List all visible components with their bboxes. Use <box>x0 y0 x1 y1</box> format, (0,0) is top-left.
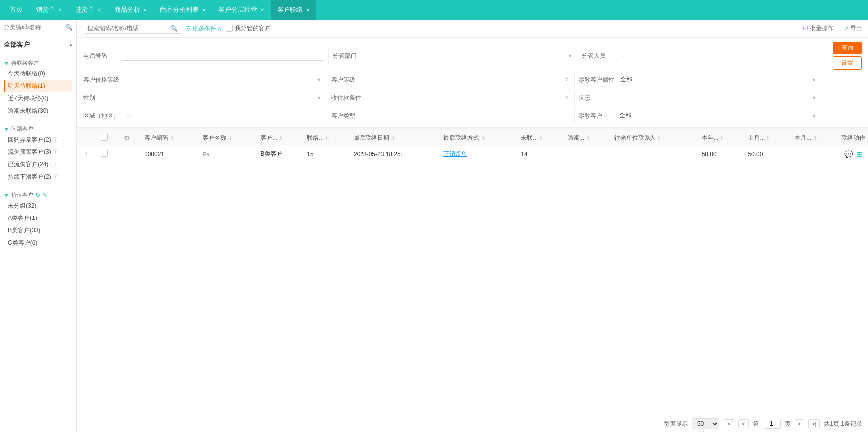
page-prev-btn[interactable]: < <box>738 419 748 428</box>
person-dots[interactable]: ··· <box>623 52 628 59</box>
divider-7 <box>327 108 327 123</box>
nav-close-customer-contact[interactable]: ✕ <box>306 7 310 13</box>
th-gear: ⚙ <box>112 130 142 146</box>
region-dots[interactable]: ··· <box>125 112 130 119</box>
payment-label: 收付款条件 <box>331 94 366 102</box>
sidebar-search-input[interactable] <box>4 24 63 31</box>
more-conditions-btn[interactable]: ▽ 更多条件 ∧ <box>186 24 222 33</box>
page-last-btn[interactable]: >| <box>808 419 820 428</box>
filter-status: 状态 ∨ <box>579 92 818 103</box>
nav-product-analysis[interactable]: 商品分析 ✕ <box>108 0 153 20</box>
sort-icon-level[interactable]: ⇅ <box>279 135 283 141</box>
sidebar-item-declining[interactable]: 持续下滑客户(2) ⓘ <box>4 171 72 183</box>
divider-2 <box>578 48 578 63</box>
triangle-icon-3: ▼ <box>4 192 9 198</box>
row-action-chat-icon[interactable]: 💬 <box>844 150 853 158</box>
edit-icon[interactable]: ✎ <box>42 192 47 199</box>
sidebar-search-icon[interactable]: 🔍 <box>65 24 72 31</box>
sidebar-item-7days-contact[interactable]: 近7天待联络(0) <box>4 92 72 105</box>
customer-level-select[interactable]: ∨ <box>370 74 571 85</box>
nav-customer-segmentation[interactable]: 客户分层经营 ✕ <box>213 0 270 20</box>
gender-select[interactable]: ∨ <box>122 92 323 103</box>
filter-row-1: 电话号码 分管部门 ∨ 分管人员 ··· <box>83 42 862 70</box>
sidebar-item-churned[interactable]: 已流失客户(24) ⓘ <box>4 158 72 171</box>
main-layout: 🔍 全部客户 « ▼ 待联络客户 今天待联络(0) 明天待联络(1) 近7天待联… <box>0 20 868 432</box>
page-input[interactable] <box>763 419 781 429</box>
sidebar-item-tomorrow-contact[interactable]: 明天待联络(1) <box>4 80 72 92</box>
header-checkbox[interactable] <box>101 134 108 141</box>
sort-icon-lcm[interactable]: ⇅ <box>481 135 485 141</box>
sidebar-item-class-c[interactable]: C类客户(6) <box>4 237 72 249</box>
nav-close-customer-segmentation[interactable]: ✕ <box>260 7 264 13</box>
retail-customer-select[interactable]: 全部 ∨ <box>617 110 818 121</box>
payment-select[interactable]: ∨ <box>370 92 571 103</box>
filter-search-icon[interactable]: 🔍 <box>170 25 178 32</box>
nav-close-product-analysis[interactable]: ✕ <box>143 7 147 13</box>
filter-person: 分管人员 ··· <box>582 50 823 61</box>
price-level-caret: ∨ <box>317 77 321 82</box>
page-first-btn[interactable]: |< <box>723 419 734 428</box>
value-group-label: ▼ 价值客户 ↻ ✎ <box>4 189 72 200</box>
phone-input[interactable] <box>122 51 324 61</box>
export-btn[interactable]: ↗ 导出 <box>844 24 862 33</box>
table-container: ⚙ 客户编码 ⇅ 客户名称 ⇅ <box>77 130 868 415</box>
price-level-select[interactable]: ∨ <box>123 74 323 85</box>
nav-product-analysis-list[interactable]: 商品分析列表 ✕ <box>154 0 212 20</box>
action-btns: 查询 设置 <box>833 42 862 70</box>
contact-method-link[interactable]: 下销货单 <box>443 150 467 157</box>
sidebar-item-unclassified[interactable]: 未分组(32) <box>4 200 72 212</box>
th-name: 客户名称 ⇅ <box>200 130 258 146</box>
sort-icon-tm[interactable]: ⇅ <box>813 135 817 141</box>
set-button[interactable]: 设置 <box>833 56 862 70</box>
sort-icon-code[interactable]: ⇅ <box>170 135 174 141</box>
filter-search-input[interactable] <box>87 25 168 32</box>
sidebar-item-abnormal-repurchase[interactable]: 回购异常客户(2) ⓘ <box>4 134 72 146</box>
nav-close-purchase-order[interactable]: ✕ <box>97 7 101 13</box>
sort-icon-lm[interactable]: ⇅ <box>766 135 770 141</box>
sidebar-all-customers[interactable]: 全部客户 « <box>4 38 72 51</box>
sort-icon-name[interactable]: ⇅ <box>228 135 232 141</box>
sidebar-item-class-a[interactable]: A类客户(1) <box>4 212 72 224</box>
sort-icon-cp[interactable]: ⇅ <box>657 135 661 141</box>
sidebar-item-overdue-contact[interactable]: 逾期未联络(30) <box>4 105 72 117</box>
nav-close-product-analysis-list[interactable]: ✕ <box>202 7 206 13</box>
person-select[interactable]: ··· <box>621 50 823 61</box>
sort-icon-lcd[interactable]: ⇅ <box>391 135 395 141</box>
my-customers-check[interactable] <box>226 25 233 32</box>
sort-icon-contact[interactable]: ⇅ <box>325 135 329 141</box>
filter-search-box: 🔍 <box>83 23 182 34</box>
status-select[interactable]: ∨ <box>617 92 818 103</box>
page-size-select[interactable]: 50 100 200 <box>692 418 719 429</box>
sidebar-item-class-b[interactable]: B类客户(33) <box>4 224 72 237</box>
nav-sales-order[interactable]: 销货单 ✕ <box>30 0 68 20</box>
row-this-year: 50.00 <box>699 146 745 162</box>
nav-close-sales-order[interactable]: ✕ <box>58 7 62 13</box>
filter-price-level: 客户价格等级 ∨ <box>83 74 323 85</box>
row-last-contact-method: 下销货单 <box>440 146 518 162</box>
sidebar-item-churn-warning[interactable]: 流失预警客户(3) ⓘ <box>4 146 72 158</box>
page-next-btn[interactable]: > <box>795 419 804 428</box>
filter-icon: ▽ <box>186 25 191 32</box>
customer-type-select[interactable] <box>370 110 571 121</box>
region-select[interactable]: ··· <box>123 110 323 121</box>
nav-home[interactable]: 首页 <box>4 0 29 20</box>
sidebar-item-today-contact[interactable]: 今天待联络(0) <box>4 68 72 80</box>
sort-icon-unc[interactable]: ⇅ <box>539 135 543 141</box>
sort-icon-ov[interactable]: ⇅ <box>586 135 590 141</box>
top-nav: 首页 销货单 ✕ 进货单 ✕ 商品分析 ✕ 商品分析列表 ✕ 客户分层经营 ✕ … <box>0 0 868 20</box>
th-action: 联络动作 <box>838 130 868 146</box>
my-customers-checkbox[interactable]: 我分管的客户 <box>226 24 271 33</box>
retail-attr-select[interactable]: 全部 ∨ <box>618 74 818 85</box>
refresh-icon[interactable]: ↻ <box>35 192 40 199</box>
row-action-more-icon[interactable]: ⊞ <box>856 150 862 158</box>
sort-icon-ty[interactable]: ⇅ <box>720 135 724 141</box>
dept-select[interactable]: ∨ <box>371 50 574 61</box>
sidebar-value-group: ▼ 价值客户 ↻ ✎ 未分组(32) A类客户(1) B类客户(33) C类客户… <box>0 186 76 252</box>
nav-customer-contact[interactable]: 客户联络 ✕ <box>271 0 316 20</box>
nav-purchase-order[interactable]: 进货单 ✕ <box>69 0 107 20</box>
query-button[interactable]: 查询 <box>833 42 862 54</box>
retail-attr-caret: ∨ <box>812 77 816 82</box>
gear-icon[interactable]: ⚙ <box>124 134 130 142</box>
row-checkbox[interactable] <box>101 150 108 157</box>
batch-op-btn[interactable]: ☑ 批量操作 <box>803 24 834 33</box>
